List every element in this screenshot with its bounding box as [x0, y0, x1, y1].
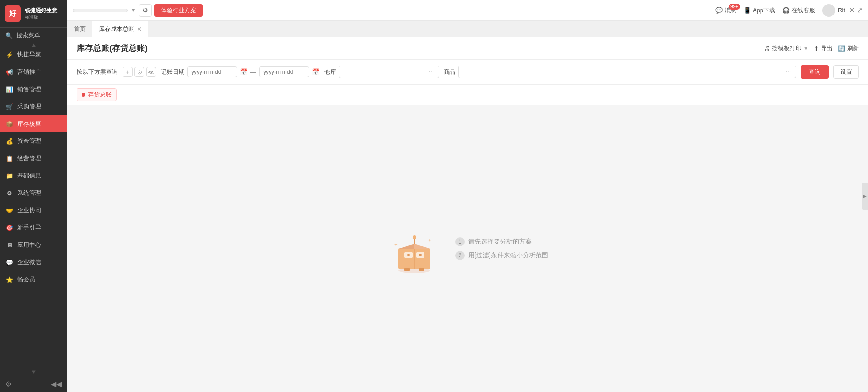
calendar-start-icon[interactable]: 📅	[240, 68, 248, 76]
basic-icon: 📁	[5, 172, 14, 180]
sidebar-item-purchase[interactable]: 🛒 采购管理	[0, 98, 67, 115]
calendar-end-icon[interactable]: 📅	[312, 68, 320, 76]
print-button[interactable]: 🖨 按模板打印 ▼	[764, 44, 808, 52]
sidebar-item-marketing[interactable]: 📢 营销推广	[0, 63, 67, 81]
goods-label: 商品	[444, 68, 455, 76]
refresh-button[interactable]: 🔄 刷新	[838, 44, 859, 52]
sidebar-item-shortcuts[interactable]: ⚡ 快捷导航	[0, 46, 67, 63]
print-chevron-icon[interactable]: ▼	[803, 46, 808, 51]
sidebar-item-system[interactable]: ⚙ 系统管理	[0, 184, 67, 202]
collapse-icon[interactable]: ◀◀	[51, 380, 62, 388]
sidebar-item-inventory[interactable]: 📦 库存核算	[0, 115, 67, 132]
sidebar-item-label: 经营管理	[17, 154, 41, 163]
goods-input[interactable]: ···	[458, 66, 796, 78]
expand-icon[interactable]: ⤢	[857, 6, 863, 15]
sidebar-item-label: 快捷导航	[17, 51, 41, 59]
newbie-icon: 🎯	[5, 224, 14, 232]
scheme-filter: 存货总账	[67, 85, 868, 105]
empty-text: 1 请先选择要分析的方案 2 用[过滤]条件来缩小分析范围	[455, 237, 548, 260]
marketing-icon: 📢	[5, 68, 14, 76]
chevron-down-icon[interactable]: ▼	[130, 7, 136, 14]
refresh-label: 刷新	[847, 44, 859, 52]
tab-inventory-ledger[interactable]: 库存成本总账 ✕	[92, 21, 148, 37]
refresh-icon: 🔄	[838, 45, 845, 52]
online-service-label: 在线客服	[791, 6, 815, 15]
sidebar-item-label: 系统管理	[17, 189, 41, 197]
content-area: ✦ ✦ 1 请先选择要分析的方案 2 用[过滤]条件来缩小分析范围	[67, 105, 868, 392]
sidebar-item-weixin[interactable]: 💬 企业微信	[0, 254, 67, 271]
svg-text:✦: ✦	[428, 239, 431, 243]
sidebar-item-enterprise[interactable]: 🤝 企业协同	[0, 202, 67, 219]
operations-icon: 📋	[5, 154, 14, 163]
scheme-item[interactable]: 存货总账	[77, 88, 117, 101]
query-button[interactable]: 查询	[801, 65, 829, 79]
tab-label: 库存成本总账	[99, 25, 134, 33]
filter-label-text: 按以下方案查询	[77, 68, 118, 76]
message-button[interactable]: 💬 消息 99+	[715, 6, 736, 15]
user-area[interactable]: Rit	[822, 4, 845, 17]
headset-icon: 🎧	[782, 7, 790, 14]
sidebar-item-label: 企业协同	[17, 206, 41, 214]
close-icon[interactable]: ✕	[849, 6, 855, 15]
app-logo-text: 畅捷通好生意 标准版	[25, 7, 57, 21]
filter-add-button[interactable]: +	[123, 67, 133, 77]
page-title: 库存总账(存货总账)	[77, 43, 148, 54]
sidebar-item-label: 畅会员	[17, 275, 35, 284]
tab-home[interactable]: 首页	[67, 21, 92, 37]
sidebar-item-basic[interactable]: 📁 基础信息	[0, 167, 67, 184]
export-button[interactable]: ⬆ 导出	[814, 44, 832, 52]
topbar: ▼ ⚙ 体验行业方案 💬 消息 99+ 📱 App下载 🎧 在线客服 Rit	[67, 0, 868, 21]
warehouse-more-icon[interactable]: ···	[429, 68, 435, 76]
date-start-input[interactable]	[187, 66, 237, 77]
goods-more-icon[interactable]: ···	[786, 68, 792, 76]
export-icon: ⬆	[814, 45, 819, 52]
sales-icon: 📊	[5, 85, 14, 93]
svg-text:✦: ✦	[394, 242, 398, 247]
svg-point-11	[413, 235, 416, 239]
settings-button[interactable]: 设置	[833, 65, 859, 79]
print-label: 按模板打印	[772, 44, 802, 52]
sidebar-logo: 好 畅捷通好生意 标准版	[0, 0, 67, 28]
trial-button[interactable]: 体验行业方案	[154, 4, 203, 17]
tab-close-icon[interactable]: ✕	[137, 26, 142, 32]
user-name: Rit	[838, 7, 845, 14]
online-service-button[interactable]: 🎧 在线客服	[782, 6, 815, 15]
hint-number-1: 1	[455, 237, 465, 246]
sidebar-item-newbie[interactable]: 🎯 新手引导	[0, 219, 67, 236]
filter-collapse-button[interactable]: ≪	[146, 67, 156, 77]
app-logo-icon: 好	[5, 5, 21, 22]
date-label: 记账日期	[161, 68, 184, 76]
settings-icon[interactable]: ⚙	[5, 380, 12, 388]
gear-icon[interactable]: ⚙	[139, 4, 152, 17]
warehouse-input[interactable]: ···	[339, 66, 439, 78]
empty-illustration: ✦ ✦	[387, 221, 442, 276]
enterprise-icon: 🤝	[5, 206, 14, 214]
filter-settings-button[interactable]: ⊙	[134, 67, 144, 77]
sidebar-item-appcenter[interactable]: 🖥 应用中心	[0, 236, 67, 254]
scroll-down-btn[interactable]: ▼	[0, 367, 67, 376]
finance-icon: 💰	[5, 137, 14, 145]
right-panel-toggle[interactable]: ▶	[862, 183, 868, 210]
tabs-bar: 首页 库存成本总账 ✕	[67, 21, 868, 37]
sidebar-item-operations[interactable]: 📋 经营管理	[0, 150, 67, 167]
hint-text-2: 用[过滤]条件来缩小分析范围	[468, 251, 548, 260]
sidebar: 好 畅捷通好生意 标准版 🔍 搜索菜单 ▲ ⚡ 快捷导航 📢 营销推广 📊 销售…	[0, 0, 67, 392]
sidebar-item-label: 基础信息	[17, 172, 41, 180]
print-icon: 🖨	[764, 45, 770, 52]
brand-name: 畅捷通好生意	[25, 7, 57, 15]
sidebar-item-label: 资金管理	[17, 137, 41, 145]
topbar-right: 💬 消息 99+ 📱 App下载 🎧 在线客服 Rit	[715, 4, 845, 17]
sidebar-item-label: 营销推广	[17, 68, 41, 76]
breadcrumb-input[interactable]	[73, 9, 128, 12]
sidebar-item-label: 采购管理	[17, 102, 41, 111]
warehouse-field-group: 仓库 ···	[324, 66, 439, 78]
sidebar-item-finance[interactable]: 💰 资金管理	[0, 132, 67, 150]
app-download-button[interactable]: 📱 App下载	[744, 6, 775, 15]
date-end-input[interactable]	[259, 66, 309, 77]
filter-bar: 按以下方案查询 + ⊙ ≪ 记账日期 📅 — 📅 仓库	[67, 60, 868, 85]
date-field-group: 记账日期 📅 — 📅	[161, 66, 320, 77]
export-label: 导出	[821, 44, 832, 52]
sidebar-item-sales[interactable]: 📊 销售管理	[0, 81, 67, 98]
sidebar-item-member[interactable]: ⭐ 畅会员	[0, 271, 67, 288]
message-badge: 99+	[729, 4, 740, 10]
